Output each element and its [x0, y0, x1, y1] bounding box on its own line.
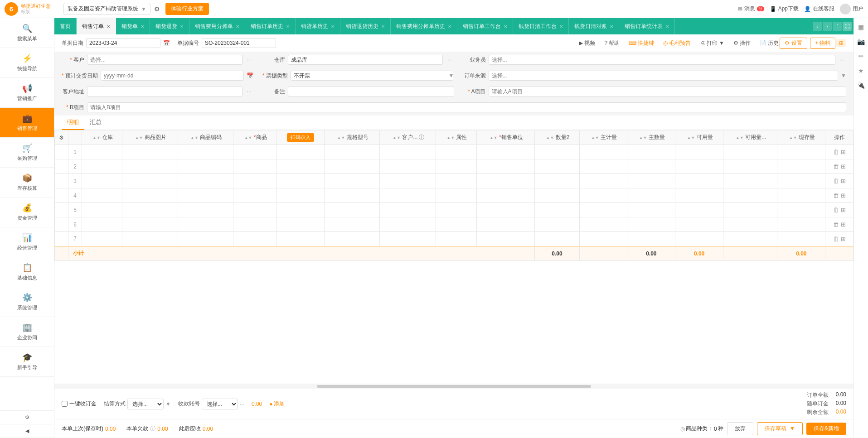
- row5-copy-icon[interactable]: ⊞: [841, 207, 846, 213]
- add-payment-btn[interactable]: ● 添加: [269, 400, 284, 408]
- row2-product[interactable]: [233, 159, 276, 174]
- app-download-item[interactable]: 📱 App下载: [770, 5, 799, 13]
- row5-warehouse[interactable]: [82, 203, 122, 217]
- row6-product[interactable]: [233, 217, 276, 232]
- row3-delete-icon[interactable]: 🗑: [833, 178, 839, 184]
- add-material-btn[interactable]: + 物料: [810, 38, 835, 49]
- row6-warehouse[interactable]: [82, 217, 122, 232]
- tab-sales-return-close[interactable]: ✕: [180, 24, 184, 29]
- row1-main-qty[interactable]: [627, 145, 675, 159]
- cust-code-sort[interactable]: ▲▼: [393, 136, 401, 139]
- right-panel-grid-icon[interactable]: ▦: [856, 22, 867, 33]
- row3-warehouse[interactable]: [82, 174, 122, 188]
- save-draft-dropdown[interactable]: ▼: [790, 425, 795, 432]
- tab-expense-history[interactable]: 销售费用分摊单历史 ✕: [391, 18, 457, 34]
- row6-code[interactable]: [178, 217, 233, 232]
- row2-main-qty[interactable]: [627, 159, 675, 174]
- row4-attr[interactable]: [436, 188, 476, 203]
- row2-attr[interactable]: [436, 159, 476, 174]
- sidebar-item-system[interactable]: ⚙️ 系统管理: [0, 287, 54, 317]
- customer-more[interactable]: ···: [245, 57, 253, 63]
- tab-order-workbench-close[interactable]: ✕: [504, 24, 507, 29]
- tab-return-history[interactable]: 销货退货历史 ✕: [340, 18, 391, 34]
- salesperson-more[interactable]: ···: [838, 57, 846, 63]
- calendar-icon[interactable]: 📅: [163, 40, 170, 46]
- attr-sort[interactable]: ▲▼: [446, 136, 455, 139]
- solution-button[interactable]: 体验行业方案: [165, 3, 209, 15]
- row6-delete-icon[interactable]: 🗑: [833, 221, 839, 228]
- sidebar-collapse[interactable]: ◀: [0, 424, 54, 438]
- tab-order-stats[interactable]: 销售订单统计表 ✕: [619, 18, 675, 34]
- row4-copy-icon[interactable]: ⊞: [841, 192, 846, 199]
- sidebar-item-quick[interactable]: ⚡ 快捷导航: [0, 48, 54, 78]
- available-sort[interactable]: ▲▼: [687, 136, 695, 139]
- tab-sales-return[interactable]: 销货退货 ✕: [150, 18, 189, 34]
- qty2-sort[interactable]: ▲▼: [546, 136, 554, 139]
- discard-button[interactable]: 放弃: [727, 422, 753, 435]
- system-selector[interactable]: 装备及固定资产辅助管理系统 ▼: [63, 3, 150, 15]
- date-input[interactable]: [86, 38, 160, 48]
- row5-unit[interactable]: [476, 203, 535, 217]
- tab-expense-split-close[interactable]: ✕: [236, 24, 239, 29]
- settlement-select[interactable]: 选择...: [127, 399, 164, 409]
- row4-unit[interactable]: [476, 188, 535, 203]
- invoice-type-select[interactable]: 不开票: [291, 71, 453, 81]
- row6-spec[interactable]: [325, 217, 380, 232]
- tab-return-history-close[interactable]: ✕: [381, 24, 385, 29]
- warehouse-more[interactable]: ···: [446, 57, 454, 63]
- row4-delete-icon[interactable]: 🗑: [833, 192, 839, 199]
- row2-unit[interactable]: [476, 159, 535, 174]
- right-panel-plugin-icon[interactable]: 🔌: [856, 80, 867, 91]
- help-btn[interactable]: ? 帮助: [601, 39, 622, 48]
- row7-warehouse[interactable]: [82, 232, 122, 246]
- row3-spec[interactable]: [325, 174, 380, 188]
- profit-btn[interactable]: ◎ 毛利预告: [660, 39, 693, 48]
- tab-more-btn[interactable]: ⋮: [833, 22, 842, 31]
- tab-sales-order[interactable]: 销售订单 ✕: [77, 18, 116, 34]
- warehouse-sort[interactable]: ▲▼: [92, 136, 101, 139]
- tab-order-workbench[interactable]: 销售订单工作台 ✕: [457, 18, 513, 34]
- tab-expense-split[interactable]: 销售费用分摊单 ✕: [189, 18, 245, 34]
- goods-count-icon[interactable]: ◎: [680, 426, 685, 432]
- row1-code[interactable]: [178, 145, 233, 159]
- tab-sales-order-close[interactable]: ✕: [107, 24, 110, 29]
- available2-sort[interactable]: ▲▼: [736, 136, 744, 139]
- tab-daily-workbench-close[interactable]: ✕: [559, 24, 563, 29]
- save-draft-button[interactable]: 保存草稿 ▼: [757, 422, 803, 435]
- account-more[interactable]: ···: [240, 401, 244, 407]
- row7-cust-code[interactable]: [380, 232, 436, 246]
- info-icon[interactable]: ⓘ: [150, 425, 155, 433]
- one-click-checkout-checkbox[interactable]: [62, 401, 68, 407]
- customer-input[interactable]: [87, 55, 242, 65]
- sidebar-item-purchase[interactable]: 🛒 采购管理: [0, 138, 54, 168]
- row1-warehouse[interactable]: [82, 145, 122, 159]
- row5-delete-icon[interactable]: 🗑: [833, 207, 839, 213]
- sidebar-bottom-settings[interactable]: ⚙: [0, 411, 54, 424]
- row3-code[interactable]: [178, 174, 233, 188]
- sidebar-item-inventory[interactable]: 📦 库存核算: [0, 168, 54, 197]
- sidebar-item-marketing[interactable]: 📢 营销推广: [0, 78, 54, 108]
- sidebar-item-sales[interactable]: 💼 销售管理: [0, 108, 54, 138]
- row2-cust-code[interactable]: [380, 159, 436, 174]
- row4-cust-code[interactable]: [380, 188, 436, 203]
- warehouse-input[interactable]: [288, 55, 443, 65]
- stock-sort[interactable]: ▲▼: [789, 136, 797, 139]
- main-unit-sort[interactable]: ▲▼: [591, 136, 599, 139]
- sidebar-item-capital[interactable]: 💰 资金管理: [0, 197, 54, 227]
- row5-code[interactable]: [178, 203, 233, 217]
- row7-spec[interactable]: [325, 232, 380, 246]
- cust-info-icon[interactable]: ⓘ: [419, 134, 424, 140]
- a-project-input[interactable]: [489, 87, 847, 96]
- tab-bill-history-close[interactable]: ✕: [331, 24, 335, 29]
- row6-attr[interactable]: [436, 217, 476, 232]
- tab-bill-history[interactable]: 销货单历史 ✕: [296, 18, 340, 34]
- tab-daily-reconcile-close[interactable]: ✕: [610, 24, 613, 29]
- product-code-sort[interactable]: ▲▼: [190, 136, 199, 139]
- row3-main-qty[interactable]: [627, 174, 675, 188]
- row7-unit[interactable]: [476, 232, 535, 246]
- row7-main-qty[interactable]: [627, 232, 675, 246]
- row1-qty2[interactable]: [535, 145, 579, 159]
- tab-sales-bill[interactable]: 销货单 ✕: [116, 18, 150, 34]
- row5-spec[interactable]: [325, 203, 380, 217]
- user-avatar[interactable]: 用户: [840, 4, 863, 14]
